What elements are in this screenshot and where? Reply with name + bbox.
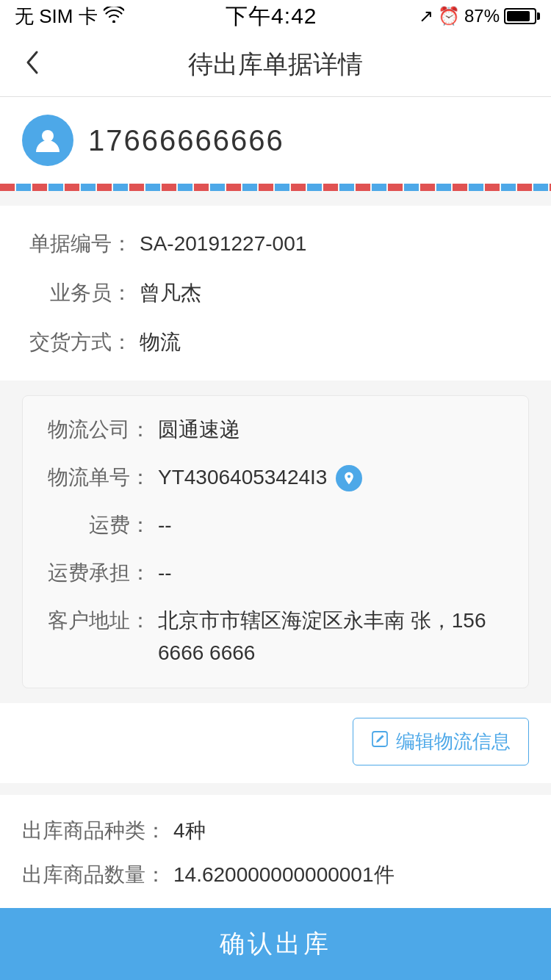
freight-bearer-label: 运费承担：	[40, 557, 158, 590]
battery-icon	[504, 8, 536, 24]
alarm-icon: ⏰	[438, 6, 460, 26]
status-right: ↗ ⏰ 87%	[419, 6, 536, 26]
address-value: 北京市市辖区海淀区永丰南 张，156 6666 6666	[158, 605, 511, 671]
order-info-section: 单据编号： SA-20191227-001 业务员： 曾凡杰 交货方式： 物流	[0, 206, 551, 381]
carrier-text: 无 SIM 卡	[15, 4, 98, 29]
freight-bearer-row: 运费承担： --	[40, 557, 511, 590]
product-quantity-row: 出库商品数量： 14.620000000000001件	[22, 861, 529, 889]
logistics-company-label: 物流公司：	[40, 414, 158, 447]
doc-number-row: 单据编号： SA-20191227-001	[22, 228, 529, 261]
customer-phone: 17666666666	[88, 124, 284, 157]
delivery-method-row: 交货方式： 物流	[22, 326, 529, 359]
logistics-tracking-label: 物流单号：	[40, 461, 158, 494]
logistics-tracking-value: YT43064053424I3	[158, 461, 511, 494]
back-button[interactable]	[22, 46, 43, 83]
freight-value: --	[158, 509, 511, 542]
avatar	[22, 115, 73, 166]
confirm-button[interactable]: 确认出库	[0, 908, 551, 980]
nav-bar: 待出库单据详情	[0, 32, 551, 97]
address-label: 客户地址：	[40, 605, 158, 638]
page-title: 待出库单据详情	[188, 48, 363, 82]
location-status-icon: ↗	[419, 6, 433, 26]
product-quantity-value: 14.620000000000001件	[173, 861, 395, 889]
product-quantity-label: 出库商品数量：	[22, 861, 173, 889]
status-time: 下午4:42	[226, 1, 317, 32]
edit-btn-container: 编辑物流信息	[0, 703, 551, 783]
address-row: 客户地址： 北京市市辖区海淀区永丰南 张，156 6666 6666	[40, 605, 511, 671]
section-divider	[0, 783, 551, 795]
product-type-row: 出库商品种类： 4种	[22, 817, 529, 845]
edit-icon	[371, 730, 389, 753]
salesperson-value: 曾凡杰	[140, 277, 529, 310]
freight-label: 运费：	[40, 509, 158, 542]
edit-logistics-button[interactable]: 编辑物流信息	[353, 718, 529, 765]
logistics-company-row: 物流公司： 圆通速递	[40, 414, 511, 447]
doc-number-label: 单据编号：	[22, 228, 140, 261]
edit-btn-label: 编辑物流信息	[396, 729, 511, 754]
confirm-btn-label: 确认出库	[220, 927, 331, 961]
battery-percent: 87%	[464, 6, 500, 26]
logistics-card: 物流公司： 圆通速递 物流单号： YT43064053424I3 运费： -- …	[22, 395, 529, 688]
logistics-tracking-row: 物流单号： YT43064053424I3	[40, 461, 511, 494]
customer-header: 17666666666	[0, 97, 551, 184]
salesperson-label: 业务员：	[22, 277, 140, 310]
content: 17666666666 单据编号： SA-20191227-001 业务员： 曾…	[0, 97, 551, 980]
product-type-value: 4种	[173, 817, 206, 845]
delivery-method-value: 物流	[140, 326, 529, 359]
logistics-company-value: 圆通速递	[158, 414, 511, 447]
delivery-method-label: 交货方式：	[22, 326, 140, 359]
freight-row: 运费： --	[40, 509, 511, 542]
freight-bearer-value: --	[158, 557, 511, 590]
dashed-separator	[0, 184, 551, 191]
product-section: 出库商品种类： 4种 出库商品数量： 14.620000000000001件	[0, 795, 551, 911]
svg-point-0	[42, 130, 54, 142]
status-left: 无 SIM 卡	[15, 4, 124, 29]
status-bar: 无 SIM 卡 下午4:42 ↗ ⏰ 87%	[0, 0, 551, 32]
salesperson-row: 业务员： 曾凡杰	[22, 277, 529, 310]
doc-number-value: SA-20191227-001	[140, 228, 529, 261]
tracking-location-icon[interactable]	[336, 465, 362, 491]
product-type-label: 出库商品种类：	[22, 817, 173, 845]
wifi-icon	[104, 5, 124, 28]
